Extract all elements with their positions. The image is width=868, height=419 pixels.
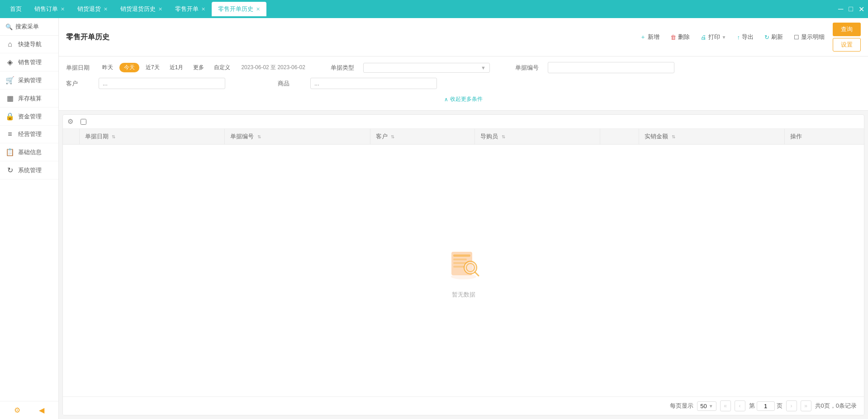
goods-input[interactable] (310, 78, 437, 89)
doc-no-input[interactable] (548, 62, 674, 73)
per-page-select[interactable]: 50 ▼ (697, 401, 716, 411)
print-dropdown-icon: ▼ (722, 35, 726, 40)
sidebar-item-label: 采购管理 (18, 76, 42, 85)
query-button[interactable]: 查询 (833, 23, 861, 36)
sidebar-footer: ⚙ ◀ (0, 401, 58, 419)
tab-close-sales-order[interactable]: ✕ (61, 6, 65, 12)
date-opt-yesterday[interactable]: 昨天 (99, 63, 117, 72)
export-button[interactable]: ↑ 导出 (735, 31, 757, 43)
page-input-group: 第 页 (749, 401, 783, 411)
sidebar-settings-icon[interactable]: ⚙ (14, 406, 20, 414)
doc-no-field[interactable] (552, 64, 670, 71)
sort-amount-icon: ⇅ (672, 134, 675, 139)
delete-button[interactable]: 🗑 删除 (668, 31, 693, 43)
tab-retail-open-history[interactable]: 零售开单历史 ✕ (212, 2, 266, 16)
sidebar-item-basic-info[interactable]: 📋 基础信息 (0, 143, 58, 161)
content-area: 零售开单历史 ＋ 新增 🗑 删除 🖨 打印 ▼ ↑ 导出 (59, 18, 868, 419)
last-page-btn[interactable]: » (801, 400, 811, 411)
sidebar-item-quick-nav[interactable]: ⌂ 快捷导航 (0, 36, 58, 53)
svg-rect-2 (453, 254, 470, 257)
add-button[interactable]: ＋ 新增 (637, 31, 662, 43)
display-detail-checkbox[interactable]: ☐ 显示明细 (791, 31, 827, 43)
refresh-icon: ↻ (764, 34, 769, 41)
svg-line-8 (475, 272, 479, 276)
date-label: 单据日期 (66, 64, 91, 72)
tab-close-sales-return-history[interactable]: ✕ (158, 6, 162, 12)
col-amount[interactable]: 实销金额 ⇅ (639, 129, 785, 145)
minimize-btn[interactable]: ─ (838, 5, 843, 14)
settings-button[interactable]: 设置 (833, 38, 861, 52)
quick-nav-icon: ⌂ (5, 40, 14, 48)
total-info: 共0页，0条记录 (815, 402, 857, 410)
date-opt-last7[interactable]: 近7天 (142, 63, 163, 72)
collapse-btn[interactable]: ∧ 收起更多条件 (66, 94, 861, 105)
sidebar-search[interactable]: 🔍 搜索采单 (0, 18, 58, 36)
sidebar-item-finance[interactable]: 🔒 资金管理 (0, 108, 58, 126)
sidebar-item-label: 系统管理 (18, 166, 42, 174)
doc-type-select[interactable]: ▼ (363, 63, 490, 73)
goods-field[interactable] (314, 80, 433, 87)
page-number-input[interactable] (757, 401, 775, 411)
top-tabbar: 首页 销售订单 ✕ 销货退货 ✕ 销货退货历史 ✕ 零售开单 ✕ 零售开单历史 … (0, 0, 868, 18)
col-no[interactable]: 单据编号 ⇅ (225, 129, 370, 145)
sidebar-item-label: 销售管理 (18, 58, 42, 66)
col-spacer (600, 129, 639, 145)
date-opt-today[interactable]: 今天 (119, 63, 139, 72)
tab-home[interactable]: 首页 (4, 2, 28, 16)
date-options: 昨天 今天 近7天 近1月 更多 自定义 (99, 63, 234, 72)
checkbox-icon: ☐ (794, 34, 799, 41)
col-date[interactable]: 单据日期 ⇅ (79, 129, 225, 145)
tab-close-sales-return[interactable]: ✕ (104, 6, 108, 12)
refresh-button[interactable]: ↻ 刷新 (762, 31, 786, 43)
data-table: 单据日期 ⇅ 单据编号 ⇅ 客户 ⇅ 导购员 ⇅ (63, 129, 864, 145)
add-icon: ＋ (640, 33, 646, 41)
col-customer[interactable]: 客户 ⇅ (370, 129, 474, 145)
customer-input[interactable] (99, 78, 225, 89)
sidebar-item-label: 资金管理 (18, 113, 42, 121)
tab-sales-order[interactable]: 销售订单 ✕ (28, 2, 71, 16)
svg-rect-3 (453, 259, 467, 260)
prev-page-btn[interactable]: ‹ (735, 400, 745, 411)
tab-close-retail-open-history[interactable]: ✕ (256, 6, 260, 12)
table-settings-icon[interactable]: ⚙ (67, 118, 73, 126)
sidebar-item-purchase-mgmt[interactable]: 🛒 采购管理 (0, 71, 58, 89)
date-range: 2023-06-02 至 2023-06-02 (241, 64, 305, 71)
search-label: 搜索采单 (15, 23, 39, 31)
tab-sales-return-history[interactable]: 销货退货历史 ✕ (114, 2, 169, 16)
select-all-checkbox[interactable] (81, 119, 86, 125)
first-page-btn[interactable]: « (720, 400, 731, 411)
customer-label: 客户 (66, 80, 91, 88)
print-button[interactable]: 🖨 打印 ▼ (698, 31, 729, 43)
sidebar-item-inventory[interactable]: ▦ 库存核算 (0, 89, 58, 108)
empty-state: 暂无数据 (63, 145, 864, 396)
goods-label: 商品 (278, 80, 303, 88)
tab-retail-open[interactable]: 零售开单 ✕ (169, 2, 212, 16)
delete-icon: 🗑 (670, 34, 676, 41)
date-opt-more[interactable]: 更多 (190, 63, 208, 72)
sidebar-item-operations[interactable]: ≡ 经营管理 (0, 126, 58, 143)
date-opt-custom[interactable]: 自定义 (210, 63, 234, 72)
sidebar-collapse-icon[interactable]: ◀ (39, 406, 44, 414)
table-toolbar: ⚙ (63, 115, 864, 129)
sidebar-item-sales-mgmt[interactable]: ◈ 销售管理 (0, 53, 58, 71)
sidebar-item-label: 快捷导航 (18, 40, 42, 48)
tab-close-retail-open[interactable]: ✕ (201, 6, 205, 12)
sidebar-item-sys-mgmt[interactable]: ↻ 系统管理 (0, 161, 58, 179)
page-header: 零售开单历史 ＋ 新增 🗑 删除 🖨 打印 ▼ ↑ 导出 (59, 18, 868, 56)
col-guide[interactable]: 导购员 ⇅ (475, 129, 600, 145)
header-actions: ＋ 新增 🗑 删除 🖨 打印 ▼ ↑ 导出 ↻ 刷新 (637, 23, 861, 52)
doc-type-label: 单据类型 (331, 64, 356, 72)
maximize-btn[interactable]: □ (849, 5, 853, 14)
tab-sales-return[interactable]: 销货退货 ✕ (71, 2, 114, 16)
per-page-value: 50 (700, 403, 707, 410)
close-btn[interactable]: ✕ (859, 5, 864, 14)
customer-field[interactable] (103, 80, 221, 87)
table-header-row: 单据日期 ⇅ 单据编号 ⇅ 客户 ⇅ 导购员 ⇅ (63, 129, 864, 145)
sort-date-icon: ⇅ (112, 134, 115, 139)
sort-no-icon: ⇅ (257, 134, 261, 139)
next-page-btn[interactable]: › (786, 400, 797, 411)
inventory-icon: ▦ (5, 94, 14, 103)
purchase-mgmt-icon: 🛒 (5, 76, 14, 85)
date-opt-last1m[interactable]: 近1月 (166, 63, 187, 72)
sidebar-item-label: 基础信息 (18, 148, 42, 156)
